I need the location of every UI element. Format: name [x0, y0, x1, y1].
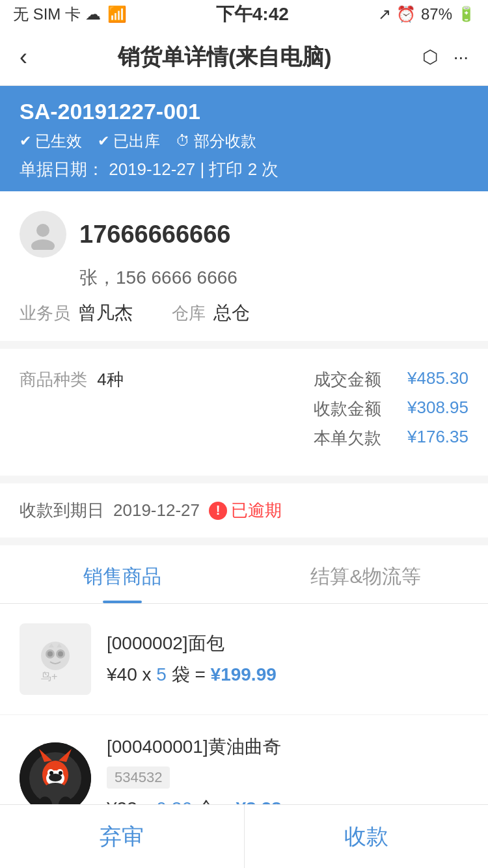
page-title: 销货单详情(来自电脑) [118, 42, 332, 72]
badge-shipped-label: 已出库 [113, 131, 160, 152]
owed-amount-label: 本单欠款 [314, 427, 381, 450]
svg-point-0 [36, 224, 49, 237]
product-batch-cookies: 534532 [107, 766, 170, 789]
cancel-button[interactable]: 弃审 [0, 805, 245, 868]
svg-point-1 [31, 239, 55, 250]
battery-label: 87% [421, 5, 452, 23]
owed-amount-row: 本单欠款 ¥176.35 [314, 427, 468, 450]
wifi-icon: 📶 [107, 5, 127, 23]
received-amount-value: ¥308.95 [407, 398, 468, 420]
more-icon[interactable]: ··· [454, 47, 468, 68]
order-badges: ✔ 已生效 ✔ 已出库 ⏱ 部分收款 [20, 131, 468, 152]
salesperson-label: 业务员 [20, 302, 70, 325]
svg-point-16 [49, 774, 62, 781]
print-label: | 打印 [200, 159, 243, 179]
due-date-section: 收款到期日 2019-12-27 ! 已逾期 [0, 483, 488, 537]
avatar [20, 211, 66, 258]
bread-qty: 5 [156, 664, 167, 685]
date-label: 单据日期： [20, 159, 104, 179]
product-price-bread: ¥40 x 5 袋 = ¥199.99 [107, 662, 468, 687]
svg-point-6 [58, 651, 63, 657]
badge-shipped: ✔ 已出库 [98, 131, 160, 152]
badge-partial-label: 部分收款 [194, 131, 256, 152]
bottom-bar: 弃审 收款 [0, 804, 488, 868]
bread-price: ¥40 [107, 664, 137, 685]
product-type-row: 商品种类 4种 [20, 368, 124, 391]
warehouse-item: 仓库 总仓 [172, 301, 250, 325]
tab-sales-products[interactable]: 销售商品 [0, 545, 244, 603]
order-header-banner: SA-20191227-001 ✔ 已生效 ✔ 已出库 ⏱ 部分收款 单据日期：… [0, 86, 488, 191]
received-amount-label: 收款金额 [314, 398, 381, 420]
date-value: 2019-12-27 [109, 159, 195, 179]
customer-row: 17666666666 [20, 211, 468, 258]
warehouse-label: 仓库 [172, 302, 206, 325]
product-item: 鸟+ [0000002]面包 ¥40 x 5 袋 = ¥199.99 [0, 604, 488, 715]
print-count: 2 [248, 159, 257, 179]
due-date-label: 收款到期日 [20, 499, 104, 522]
confirm-payment-button[interactable]: 收款 [245, 805, 489, 868]
nav-bar: ‹ 销货单详情(来自电脑) ⬡ ··· [0, 29, 488, 86]
salesperson-value: 曾凡杰 [78, 301, 133, 325]
product-thumbnail-bread: 鸟+ [20, 623, 91, 695]
status-bar: 无 SIM 卡 ☁ 📶 下午4:42 ↗ ⏰ 87% 🔋 [0, 0, 488, 29]
location-icon: ↗ [378, 5, 391, 23]
summary-left: 商品种类 4种 [20, 368, 124, 395]
share-icon[interactable]: ⬡ [422, 46, 438, 68]
bread-eq: = [195, 664, 210, 685]
badge-effective-label: 已生效 [35, 131, 82, 152]
customer-name: 张，156 6666 6666 [20, 265, 468, 290]
product-thumbnail-cookies [20, 742, 91, 814]
nav-actions: ⬡ ··· [422, 46, 468, 68]
overdue-icon: ! [209, 502, 227, 520]
warehouse-value: 总仓 [213, 301, 250, 325]
bread-total: ¥199.99 [211, 664, 277, 685]
check-icon-1: ✔ [20, 133, 31, 150]
print-suffix: 次 [262, 159, 278, 179]
overdue-text: 已逾期 [231, 499, 282, 522]
order-date-row: 单据日期： 2019-12-27 | 打印 2 次 [20, 158, 468, 181]
bread-x: x [142, 664, 157, 685]
product-type-label: 商品种类 [20, 370, 87, 389]
check-icon-2: ✔ [98, 133, 109, 150]
alarm-icon: ⏰ [396, 5, 416, 23]
no-sim-label: 无 SIM 卡 ☁ [13, 4, 101, 25]
received-amount-row: 收款金额 ¥308.95 [314, 398, 468, 420]
svg-point-15 [59, 771, 62, 775]
badge-partial-payment: ⏱ 部分收款 [176, 131, 256, 152]
product-name-bread: [0000002]面包 [107, 631, 468, 656]
bread-unit: 袋 [172, 664, 190, 685]
svg-point-5 [47, 651, 53, 657]
svg-point-2 [41, 642, 70, 670]
overdue-badge: ! 已逾期 [209, 499, 282, 522]
summary-section: 商品种类 4种 成交金额 ¥485.30 收款金额 ¥308.95 本单欠款 ¥… [0, 349, 488, 476]
clock-icon: ⏱ [176, 133, 190, 150]
status-time: 下午4:42 [216, 2, 289, 27]
product-name-cookies: [000400001]黄油曲奇 [107, 735, 468, 759]
deal-amount-value: ¥485.30 [407, 368, 468, 391]
salesperson-item: 业务员 曾凡杰 [20, 301, 133, 325]
badge-effective: ✔ 已生效 [20, 131, 82, 152]
battery-icon: 🔋 [457, 6, 475, 23]
customer-section: 17666666666 张，156 6666 6666 业务员 曾凡杰 仓库 总… [0, 191, 488, 341]
svg-text:鸟+: 鸟+ [41, 671, 57, 682]
back-button[interactable]: ‹ [20, 44, 27, 71]
deal-amount-row: 成交金额 ¥485.30 [314, 368, 468, 391]
product-info-bread: [0000002]面包 ¥40 x 5 袋 = ¥199.99 [107, 631, 468, 687]
summary-amounts: 成交金额 ¥485.30 收款金额 ¥308.95 本单欠款 ¥176.35 [314, 368, 468, 456]
status-right: ↗ ⏰ 87% 🔋 [378, 5, 475, 23]
tabs-container: 销售商品 结算&物流等 [0, 545, 488, 604]
product-type-value: 4种 [97, 370, 123, 389]
status-left: 无 SIM 卡 ☁ 📶 [13, 4, 127, 25]
customer-meta: 业务员 曾凡杰 仓库 总仓 [20, 301, 468, 325]
order-id: SA-20191227-001 [20, 99, 468, 124]
customer-phone: 17666666666 [79, 221, 230, 249]
owed-amount-value: ¥176.35 [407, 427, 468, 450]
tab-settlement[interactable]: 结算&物流等 [244, 545, 488, 603]
due-date-value: 2019-12-27 [113, 500, 200, 521]
deal-amount-label: 成交金额 [314, 368, 381, 391]
